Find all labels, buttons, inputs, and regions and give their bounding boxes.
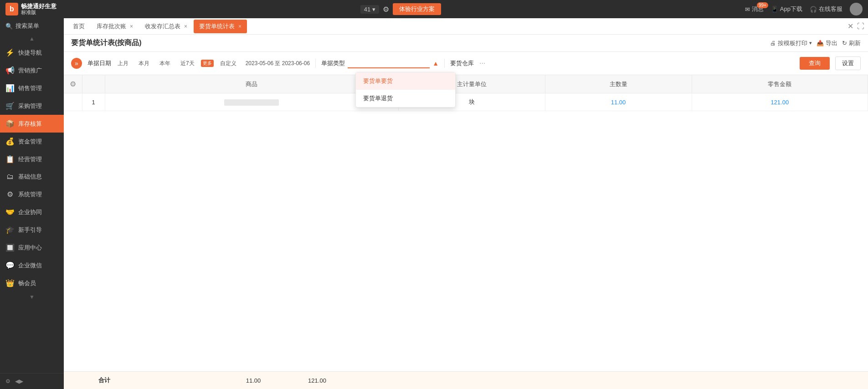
gear-icon[interactable]: ⚙ [70,80,76,88]
print-label: 按模板打印 [778,39,807,47]
print-icon: 🖨 [770,40,776,46]
print-button[interactable]: 🖨 按模板打印 ▾ [770,39,812,47]
sidebar-item-collab[interactable]: 🤝 企业协同 [0,203,64,221]
sidebar-scroll-down[interactable]: ▼ [0,292,64,302]
page-content: 要货单统计表(按商品) 🖨 按模板打印 ▾ 📤 导出 ↻ 刷新 [64,35,868,389]
product-name-placeholder [224,99,279,106]
search-icon: 🔍 [5,23,13,30]
sidebar-item-operation[interactable]: 📋 经营管理 [0,150,64,168]
online-service-button[interactable]: 🎧 在线客服 [810,5,842,13]
sidebar-settings-icon[interactable]: ⚙ [5,378,10,384]
wechat-icon: 💬 [5,261,15,270]
sidebar-item-basic[interactable]: 🗂 基础信息 [0,168,64,185]
sales-label: 销售管理 [18,84,42,92]
last-month-button[interactable]: 上月 [114,58,132,69]
operation-icon: 📋 [5,155,15,164]
tab-bar-actions: ✕ ⛶ [847,22,864,31]
recent7-button[interactable]: 近7天 [177,58,198,69]
message-button[interactable]: ✉ 消息 99+ [745,5,764,13]
header-settings-icon[interactable]: ⚙ [383,5,389,14]
tab-close-stock-batch[interactable]: × [130,23,133,30]
type-dropdown-overlay: 要货单要货 要货单退货 [355,72,456,107]
tab-home[interactable]: 首页 [67,20,90,33]
search-menu-item[interactable]: 🔍 搜索菜单 [0,18,64,34]
settings-button[interactable]: 设置 [835,56,861,70]
page-header: 要货单统计表(按商品) 🖨 按模板打印 ▾ 📤 导出 ↻ 刷新 [64,35,868,52]
tab-expand-icon[interactable]: ⛶ [857,22,864,31]
export-label: 导出 [826,39,837,47]
sidebar-item-quick-nav[interactable]: ⚡ 快捷导航 [0,44,64,61]
system-icon: ⚙ [5,190,15,199]
sidebar-item-appstore[interactable]: 🔲 应用中心 [0,239,64,256]
sidebar-item-wechat[interactable]: 💬 企业微信 [0,256,64,274]
type-dropdown-icon[interactable]: ▲ [432,60,439,67]
header-center: 41 ▾ ⚙ 体验行业方案 [360,3,441,15]
sidebar-scroll-up[interactable]: ▲ [0,34,64,44]
tabs-container: 首页库存批次账×收发存汇总表×要货单统计表× [67,20,247,33]
refresh-button[interactable]: ↻ 刷新 [842,39,861,47]
finance-label: 资金管理 [18,138,42,146]
export-button[interactable]: 📤 导出 [817,39,837,47]
header-left: b 畅捷通好生意 标准版 [5,3,56,15]
refresh-icon: ↻ [842,40,847,46]
tab-order-stat[interactable]: 要货单统计表× [194,20,247,33]
sidebar-item-sales[interactable]: 📊 销售管理 [0,79,64,97]
dropdown-item-order-direct[interactable]: 要货单要货 [356,72,455,90]
filter-area: » 单据日期 上月 本月 本年 近7天 更多 自定义 2023-05-06 至 … [64,52,868,75]
system-label: 系统管理 [18,190,42,199]
main-layout: 🔍 搜索菜单 ▲ ⚡ 快捷导航 📢 营销推广 📊 销售管理 🛒 采购管理 📦 库… [0,18,868,389]
basic-label: 基础信息 [18,173,42,181]
query-button[interactable]: 查询 [800,57,830,70]
vip-icon: 👑 [5,279,15,287]
custom-date-button[interactable]: 自定义 [216,58,240,69]
table-area: ⚙ 商品 主计量单位 主数量 [64,75,868,371]
filter-divider2 [444,59,445,68]
filter-divider [315,59,316,68]
sidebar-item-vip[interactable]: 👑 畅会员 [0,274,64,292]
tab-close-all-icon[interactable]: ✕ [847,22,853,31]
logo-text-block: 畅捷通好生意 标准版 [21,3,56,15]
sidebar-collapse-icon[interactable]: ◀▶ [15,378,23,384]
column-qty-th: 主数量 [545,75,692,93]
sidebar-item-marketing[interactable]: 📢 营销推广 [0,61,64,79]
warehouse-more-icon[interactable]: ··· [479,59,485,67]
date-range-display: 2023-05-06 至 2023-06-06 [246,60,310,67]
column-settings-th: ⚙ [64,75,82,93]
app-download-button[interactable]: 📱 App下载 [771,5,802,13]
row-amount-cell: 121.00 [692,93,868,111]
more-date-badge[interactable]: 更多 [201,60,214,67]
tab-collect-summary[interactable]: 收发存汇总表× [139,20,193,33]
inventory-icon: 📦 [5,119,15,128]
collab-icon: 🤝 [5,208,15,216]
sidebar-item-inventory[interactable]: 📦 库存核算 [0,115,64,133]
sidebar-item-finance[interactable]: 💰 资金管理 [0,133,64,150]
filter-expand-button[interactable]: » [71,58,82,69]
sidebar-item-guide[interactable]: 🎓 新手引导 [0,221,64,239]
store-selector[interactable]: 41 ▾ [360,5,379,14]
sidebar: 🔍 搜索菜单 ▲ ⚡ 快捷导航 📢 营销推广 📊 销售管理 🛒 采购管理 📦 库… [0,18,64,389]
print-dropdown-icon: ▾ [809,40,812,46]
quick-nav-label: 快捷导航 [18,49,42,57]
user-avatar[interactable] [850,3,863,15]
dropdown-item-order-return[interactable]: 要货单退货 [356,90,455,107]
wechat-label: 企业微信 [18,261,42,270]
this-year-button[interactable]: 本年 [156,58,174,69]
message-badge: 99+ [757,2,768,8]
table-footer: 合计 11.00 121.00 [64,371,868,389]
store-number: 41 [364,6,370,13]
tab-close-collect-summary[interactable]: × [184,23,187,30]
type-input[interactable] [348,59,430,68]
tab-close-order-stat[interactable]: × [238,23,241,30]
this-month-button[interactable]: 本月 [135,58,153,69]
sidebar-item-system[interactable]: ⚙ 系统管理 [0,185,64,203]
sidebar-item-purchase[interactable]: 🛒 采购管理 [0,97,64,115]
tab-stock-batch[interactable]: 库存批次账× [91,20,139,33]
message-icon: ✉ [745,6,750,13]
warehouse-label: 要货仓库 [450,59,474,67]
trial-button[interactable]: 体验行业方案 [393,3,441,15]
page-title: 要货单统计表(按商品) [71,38,142,48]
refresh-label: 刷新 [849,39,861,47]
footer-amount: 121.00 [281,377,335,384]
basic-icon: 🗂 [5,173,15,181]
column-product-th: 商品 [105,75,398,93]
